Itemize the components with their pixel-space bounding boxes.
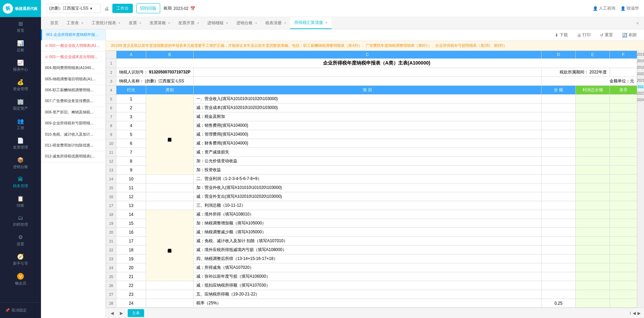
sidebar-item-settings[interactable]: ⚙ 设置: [0, 231, 41, 250]
company-name-cell: 纳税人名称： (勿删）江西服宝-LSS: [116, 77, 194, 86]
sidebar-label-capital: 资金管理: [13, 86, 28, 92]
sidebar-item-invoice[interactable]: 📄 发票管理: [0, 134, 41, 153]
report-item-006[interactable]: 006-职工薪酬纳税调整明细...: [41, 85, 106, 96]
close-all-tabs-button[interactable]: ×: [636, 20, 639, 26]
prev-sheet-button[interactable]: ◀: [109, 310, 115, 316]
tab-tax-calc-close[interactable]: ×: [325, 21, 327, 25]
nav-tabs: 首页 工资表 × 工资统计报表 × 发票 × 发票算账 × 发票开票 × 进销稽…: [41, 17, 644, 29]
report-item-002[interactable]: ⊙ 002-一般企业收入明细表(A1...: [41, 40, 106, 51]
tab-purchase-ledger[interactable]: 进销台账 ×: [232, 17, 261, 29]
sidebar-item-capital[interactable]: 💰 资金管理: [0, 75, 41, 95]
warning-icon-003: ⊙: [45, 55, 49, 59]
tab-tax-clear[interactable]: 税表清册 ×: [261, 17, 290, 29]
year-2022[interactable]: 2022: [638, 84, 644, 90]
sidebar-label-report: 报表中心: [13, 67, 28, 72]
switch-version-button[interactable]: 切到旧版: [136, 3, 160, 13]
sidebar-label-member: 畅会员: [15, 281, 26, 286]
report-item-008[interactable]: 008-资产折旧、摊销及纳税...: [41, 107, 106, 118]
download-button[interactable]: ⬇ 下载: [553, 31, 570, 39]
company-selector[interactable]: (勿删）江西服宝-LSS ▾: [46, 4, 101, 13]
tab-invoice-open[interactable]: 发票开票 ×: [174, 17, 203, 29]
user-profile-button[interactable]: 👤 徐溢华: [620, 5, 639, 11]
year-2024[interactable]: 2024: [637, 97, 644, 103]
sidebar-item-member[interactable]: V 畅会员: [0, 269, 41, 289]
tab-tax-calc[interactable]: 所得税汇算清缴 ×: [290, 17, 332, 29]
refresh-button[interactable]: 🔄 刷新: [620, 31, 639, 39]
tab-invoice-calc-close[interactable]: ×: [168, 21, 170, 25]
sidebar-item-asset[interactable]: 🏢 固定资产: [0, 95, 41, 114]
report-main-title: 企业所得税年度纳税申报表（A类）主表(A100000): [116, 59, 637, 68]
sheet-tab-main[interactable]: 主表: [128, 309, 144, 317]
customer-service-button[interactable]: 👤 人工咨询: [593, 5, 615, 11]
report-item-010[interactable]: 010-免税、减计收入及加计...: [41, 129, 106, 140]
left-panel: 001-企业所得税年度纳税申报... ⊙ 002-一般企业收入明细表(A1...…: [41, 29, 106, 318]
tab-invoice-open-close[interactable]: ×: [197, 21, 199, 25]
report-item-012[interactable]: 012-减免所得税优惠明细表(...: [41, 151, 106, 162]
sidebar-item-payroll[interactable]: 👥 工资: [0, 114, 41, 134]
warning-bar: 2019年度步及取以前年度连续数据的申报表单元格需要手工维护正确，才能保证本年及…: [106, 41, 644, 51]
print-button[interactable]: 🖨 打印: [575, 31, 593, 39]
sidebar-item-guide[interactable]: 🧭 新手引导: [0, 250, 41, 269]
table-container[interactable]: A B C D E F 1 企业所: [106, 51, 637, 308]
unpin-button[interactable]: 📌 取消固定: [3, 306, 38, 315]
tab-payroll-stat-close[interactable]: ×: [118, 21, 121, 25]
tab-purchase-verify[interactable]: 进销稽核 ×: [203, 17, 232, 29]
year-2019[interactable]: 2019: [637, 51, 644, 58]
ledger-icon: 📊: [17, 40, 24, 46]
tab-invoice-label: 发票: [129, 20, 137, 26]
report-item-007[interactable]: 007-广告费和业务宣传费跌...: [41, 96, 106, 107]
sidebar-item-settlement[interactable]: 📋 结账: [0, 192, 41, 211]
sidebar-item-ledger[interactable]: 📊 总账: [0, 37, 41, 56]
reset-icon: ↺: [600, 33, 603, 38]
table-row: 16 12 减：营业外支出(填写A102010\102020\103000): [106, 192, 637, 201]
report-item-004[interactable]: 004-期间费用明细表(A1040...: [41, 63, 106, 73]
report-area: ⬇ 下载 🖨 打印 ↺ 重置 🔄 刷新 2019年度步及取以前年度连续: [106, 29, 644, 318]
tab-payroll[interactable]: 工资表 ×: [62, 17, 87, 29]
tab-purchase-ledger-close[interactable]: ×: [255, 21, 257, 25]
report-item-009[interactable]: 009-企业所得税补亏损明细...: [41, 118, 106, 129]
table-row: 14 10 二、营业利润（1-2-3-4-5-6-7-8+9）: [106, 175, 637, 183]
tab-invoice[interactable]: 发票 ×: [125, 17, 145, 29]
tab-payroll-close[interactable]: ×: [81, 21, 83, 25]
report-item-005[interactable]: 005-纳税调整项目明细表(A1...: [41, 74, 106, 85]
year-2016[interactable]: 2016: [637, 58, 644, 64]
refresh-icon: 🔄: [622, 33, 627, 38]
sidebar-item-tax[interactable]: 🏛 税务管理: [0, 173, 41, 192]
tab-tax-clear-close[interactable]: ×: [284, 21, 286, 25]
workbench-button[interactable]: 工作台: [112, 4, 133, 13]
tab-invoice-close[interactable]: ×: [139, 21, 141, 25]
tab-payroll-stat[interactable]: 工资统计报表 ×: [87, 17, 125, 29]
scroll-left-button[interactable]: ◀: [633, 311, 636, 316]
sidebar-item-purchase[interactable]: 📦 进销台账: [0, 153, 41, 173]
tab-invoice-calc[interactable]: 发票算账 ×: [145, 17, 174, 29]
print-label: 打印: [583, 32, 591, 38]
report-icon: 📈: [17, 59, 24, 66]
sidebar-item-archive[interactable]: 🗂 归档管理: [0, 211, 41, 231]
report-item-011[interactable]: 011-研发费用加计扣除优惠...: [41, 140, 106, 151]
scroll-right-button[interactable]: ▶: [638, 311, 641, 316]
tab-purchase-verify-label: 进销稽核: [207, 20, 224, 26]
avatar-icon: 👤: [620, 6, 626, 11]
col-header-d: D: [542, 51, 576, 59]
table-row: 15 11 加：营业外收入(填写A101010\101020\103000): [106, 183, 637, 192]
tab-home[interactable]: 首页: [46, 17, 62, 29]
sidebar-item-report[interactable]: 📈 报表中心: [0, 56, 41, 75]
year-2020[interactable]: 2020: [637, 71, 644, 77]
col-header-c: C: [193, 51, 541, 59]
sidebar-label-home: 首页: [17, 28, 24, 33]
company-name: (勿删）江西服宝-LSS: [49, 5, 88, 11]
print-icon: 🖨: [104, 6, 109, 11]
next-sheet-button[interactable]: ▶: [118, 310, 124, 316]
download-icon: ⬇: [555, 33, 558, 38]
refresh-label: 刷新: [629, 32, 637, 38]
report-item-001[interactable]: 001-企业所得税年度纳税申报...: [41, 29, 106, 40]
reset-button[interactable]: ↺ 重置: [598, 31, 615, 39]
year-2023[interactable]: 2023: [637, 90, 644, 97]
year-2018[interactable]: 2018: [637, 64, 644, 71]
sidebar-label-invoice: 发票管理: [13, 145, 28, 150]
year-2021[interactable]: 2021: [637, 77, 644, 84]
sidebar-item-home[interactable]: ⊞ 首页: [0, 17, 41, 37]
tab-purchase-verify-close[interactable]: ×: [226, 21, 228, 25]
table-row-title: 1 企业所得税年度纳税申报表（A类）主表(A100000): [106, 59, 637, 68]
report-item-003[interactable]: ⊙ 003-一般企业成本支出明细...: [41, 52, 106, 63]
